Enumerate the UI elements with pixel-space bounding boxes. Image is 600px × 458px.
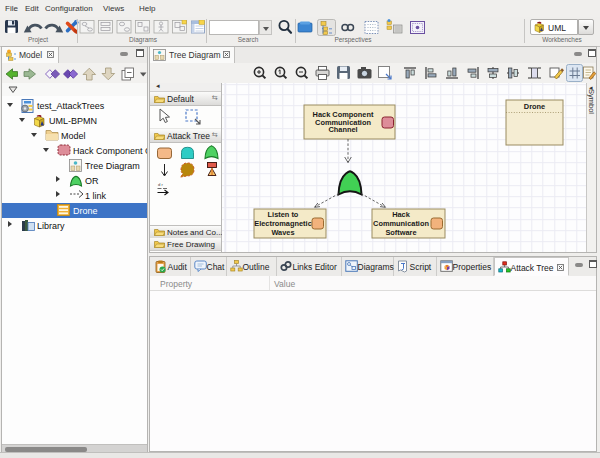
- svg-text:Communication: Communication: [373, 219, 429, 228]
- svg-text:Listen to: Listen to: [268, 210, 299, 219]
- svg-text:Waves: Waves: [271, 228, 294, 237]
- svg-text:Electromagnetic: Electromagnetic: [254, 219, 312, 228]
- svg-text:d r: d r: [158, 182, 163, 187]
- svg-text:Drone: Drone: [524, 102, 545, 111]
- svg-text:Hack: Hack: [392, 210, 411, 219]
- svg-text:Software: Software: [385, 228, 416, 237]
- svg-text:Channel: Channel: [328, 125, 357, 134]
